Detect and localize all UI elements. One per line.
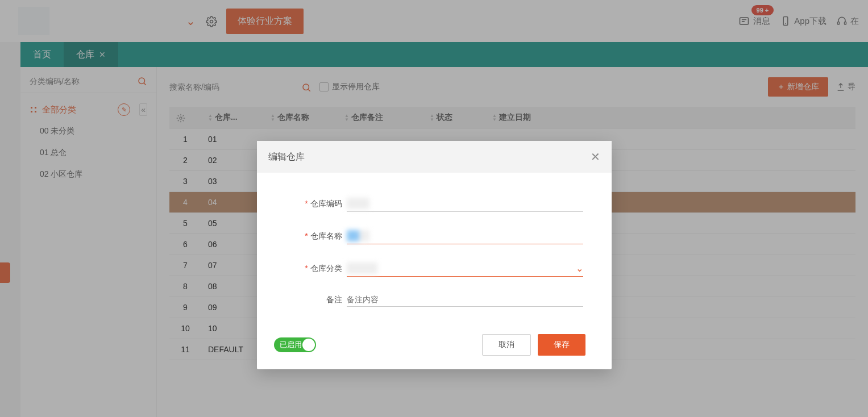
chevron-down-icon: ⌄ [576, 263, 583, 274]
field-label-note: 备注 [285, 295, 342, 305]
modal-overlay: 编辑仓库 ✕ 仓库编码 仓库名称 仓库分类 ⌄ 备注 [0, 0, 868, 417]
field-label-name: 仓库名称 [285, 231, 342, 241]
warehouse-name-input[interactable] [347, 228, 583, 244]
close-icon[interactable]: ✕ [591, 150, 600, 164]
toggle-label: 已启用 [280, 340, 302, 350]
field-label-category: 仓库分类 [285, 264, 342, 274]
cancel-button[interactable]: 取消 [482, 334, 531, 356]
warehouse-code-input[interactable] [347, 195, 583, 212]
modal-title: 编辑仓库 [268, 151, 305, 163]
warehouse-category-select[interactable]: ⌄ [347, 260, 583, 277]
field-label-code: 仓库编码 [285, 199, 342, 209]
note-input[interactable] [347, 295, 583, 304]
toggle-knob [302, 339, 315, 351]
warehouse-note-input[interactable] [347, 293, 583, 307]
modal-header: 编辑仓库 ✕ [257, 141, 612, 173]
edit-warehouse-modal: 编辑仓库 ✕ 仓库编码 仓库名称 仓库分类 ⌄ 备注 [257, 141, 612, 369]
enabled-toggle[interactable]: 已启用 [274, 337, 316, 352]
save-button[interactable]: 保存 [538, 334, 585, 356]
